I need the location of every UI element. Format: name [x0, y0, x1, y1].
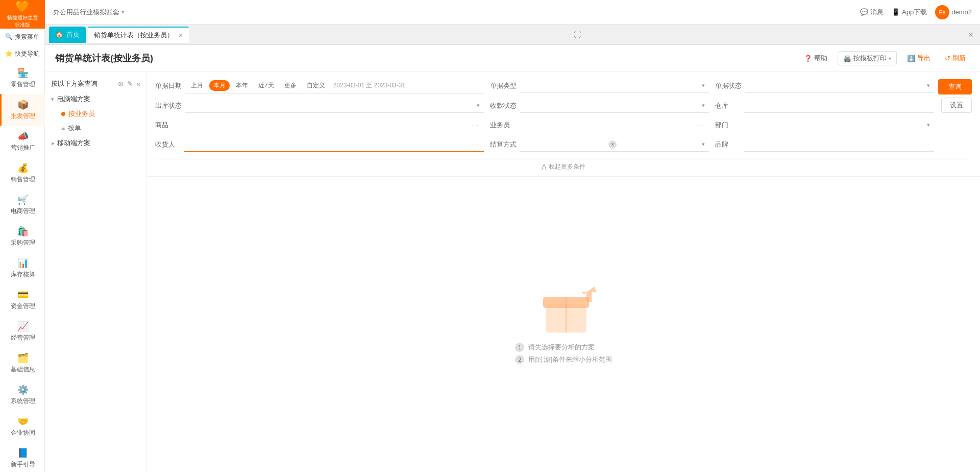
sub-order-icon: ≡: [61, 125, 65, 132]
sales-icon: 💰: [4, 162, 43, 174]
empty-illustration: [538, 281, 589, 333]
sidebar-item-basic[interactable]: 🗂️ 基础信息: [0, 347, 45, 379]
sidebar-item-wholesale[interactable]: 📦 批发管理: [0, 94, 45, 126]
more-dots-icon: ···: [471, 140, 480, 148]
add-scheme-icon[interactable]: ⊕: [118, 80, 124, 88]
empty-state: 1 请先选择要分析的方案 2 用[过滤]条件来缩小分析范围: [147, 177, 980, 472]
date-tab-this-month[interactable]: 本月: [209, 80, 230, 91]
dept-control[interactable]: ▾: [744, 118, 934, 132]
sidebar-item-ops[interactable]: 📈 经营管理: [0, 316, 45, 347]
empty-hints: 1 请先选择要分析的方案 2 用[过滤]条件来缩小分析范围: [515, 343, 611, 367]
star-icon: ⭐: [5, 50, 13, 57]
sidebar-item-marketing[interactable]: 📣 营销推广: [0, 126, 45, 157]
finance-icon: 💳: [4, 289, 43, 300]
refresh-button[interactable]: ↺ 刷新: [941, 52, 970, 65]
newbie-icon: 📘: [4, 447, 43, 459]
settlement-filter-item: 结算方式 × ▾: [490, 137, 709, 152]
date-tab-custom[interactable]: 自定义: [303, 80, 329, 91]
chevron-down-icon: ▾: [702, 82, 705, 89]
date-tab-7days[interactable]: 近7天: [254, 80, 278, 91]
tabbar: 🏠 首页 销货单统计表（按业务员） × ⛶ ✕: [45, 25, 980, 45]
sidebar-item-finance[interactable]: 💳 资金管理: [0, 284, 45, 316]
sidebar-item-sales[interactable]: 💰 销售管理: [0, 157, 45, 189]
warehouse-control[interactable]: ···: [744, 99, 934, 113]
date-filter-item: 单据日期 上月 本月 本年 近7天 更多: [155, 78, 484, 93]
retail-icon: 🏪: [4, 67, 43, 79]
hint-num-2: 2: [515, 355, 524, 364]
content-area: 销货单统计表(按业务员) ❓ 帮助 🖨️ 按模板打印 ▾ ⬇️ 导出: [45, 45, 980, 472]
sidebar-item-retail[interactable]: 🏪 零售管理: [0, 62, 45, 94]
scheme-panel: 按以下方案查询 ⊕ ✎ « ▾ 电脑端方案: [45, 72, 147, 472]
user-menu[interactable]: Ea demo2: [935, 5, 972, 19]
sidebar-item-purchase[interactable]: 🛍️ 采购管理: [0, 221, 45, 252]
mobile-scheme-header[interactable]: ▾ 移动端方案: [45, 135, 146, 151]
search-icon: 🔍: [5, 33, 13, 40]
refresh-icon: ↺: [945, 55, 950, 62]
page-title: 销货单统计表(按业务员): [55, 52, 153, 64]
out-status-filter-item: 出库状态 ▾: [155, 99, 484, 113]
recipient-filter-item: 收货人 ···: [155, 137, 484, 152]
scheme-actions: ⊕ ✎ «: [118, 80, 140, 88]
chevron-down-icon: ▾: [927, 122, 930, 128]
tab-close-icon[interactable]: ×: [179, 31, 183, 39]
window-expand-icon[interactable]: ⛶: [572, 29, 583, 41]
date-tab-this-year[interactable]: 本年: [232, 80, 252, 91]
quick-nav-item[interactable]: ⭐ 快捷导航: [0, 45, 45, 62]
brand-control[interactable]: ···: [744, 137, 934, 152]
settlement-control[interactable]: × ▾: [520, 137, 709, 152]
print-icon: 🖨️: [843, 55, 851, 62]
doc-status-control[interactable]: ▾: [745, 79, 934, 93]
collapse-bar[interactable]: ⋀ 收起更多条件: [155, 159, 972, 174]
clear-settlement-icon[interactable]: ×: [608, 140, 617, 149]
date-tab-last-month[interactable]: 上月: [187, 80, 207, 91]
app-download-button[interactable]: 📱 App下载: [892, 8, 927, 17]
page-actions: ❓ 帮助 🖨️ 按模板打印 ▾ ⬇️ 导出 ↺ 刷新: [800, 51, 970, 65]
scheme-item-order[interactable]: ≡ 按单: [55, 121, 146, 135]
salesperson-control[interactable]: ···: [519, 118, 709, 132]
collapse-scheme-icon[interactable]: «: [136, 80, 140, 88]
main-content: 单据日期 上月 本月 本年 近7天 更多: [147, 72, 980, 472]
message-button[interactable]: 💬 消息: [860, 8, 884, 17]
chevron-down-icon: ▾: [889, 56, 891, 61]
desktop-scheme-items: 按业务员 ≡ 按单: [45, 107, 146, 135]
page: 销货单统计表(按业务员) ❓ 帮助 🖨️ 按模板打印 ▾ ⬇️ 导出: [45, 45, 980, 472]
account-dropdown[interactable]: 办公用品行业模拟账套 ▾: [53, 8, 125, 17]
product-control[interactable]: ···: [184, 118, 484, 132]
edit-scheme-icon[interactable]: ✎: [127, 80, 133, 88]
sidebar-item-system[interactable]: ⚙️ 系统管理: [0, 379, 45, 411]
recv-status-filter-item: 收款状态 ▾: [490, 99, 709, 113]
recipient-control[interactable]: ···: [184, 137, 484, 152]
inventory-icon: 📊: [4, 257, 43, 269]
mobile-scheme-group: ▾ 移动端方案: [45, 135, 146, 151]
template-print-button[interactable]: 🖨️ 按模板打印 ▾: [838, 51, 897, 65]
more-dots-icon: ···: [471, 121, 480, 129]
tab-home[interactable]: 🏠 首页: [49, 27, 86, 43]
sidebar-item-ecom[interactable]: 🛒 电商管理: [0, 189, 45, 221]
app-logo: 🧡 畅捷通好生意 标准版: [0, 0, 45, 29]
filter-row-3: 商品 ··· 业务员: [155, 118, 934, 132]
recv-status-control[interactable]: ▾: [520, 99, 709, 113]
page-header: 销货单统计表(按业务员) ❓ 帮助 🖨️ 按模板打印 ▾ ⬇️ 导出: [45, 45, 980, 72]
doc-type-control[interactable]: ▾: [520, 79, 709, 93]
setting-button[interactable]: 设置: [941, 98, 972, 113]
window-close-icon[interactable]: ✕: [966, 29, 976, 41]
date-tab-more[interactable]: 更多: [280, 80, 301, 91]
query-button[interactable]: 查询: [938, 79, 972, 95]
export-button[interactable]: ⬇️ 导出: [903, 52, 935, 65]
tab-report[interactable]: 销货单统计表（按业务员） ×: [88, 27, 189, 43]
mobile-icon: 📱: [892, 8, 900, 16]
help-button[interactable]: ❓ 帮助: [800, 52, 831, 65]
sidebar-item-newbie[interactable]: 📘 新手引导: [0, 442, 45, 472]
scheme-item-salesperson[interactable]: 按业务员: [55, 107, 146, 121]
out-status-control[interactable]: ▾: [185, 99, 484, 113]
ops-icon: 📈: [4, 321, 43, 332]
filter-row-4: 收货人 ··· 结算方式: [155, 137, 934, 152]
purchase-icon: 🛍️: [4, 226, 43, 237]
main-area: 办公用品行业模拟账套 ▾ 💬 消息 📱 App下载 Ea demo2 🏠: [45, 0, 980, 472]
sidebar-item-inventory[interactable]: 📊 库存核算: [0, 252, 45, 284]
desktop-scheme-header[interactable]: ▾ 电脑端方案: [45, 91, 146, 107]
scheme-panel-header: 按以下方案查询 ⊕ ✎ «: [45, 76, 146, 91]
filter-rows-wrapper: 单据日期 上月 本月 本年 近7天 更多: [155, 78, 972, 157]
sidebar-item-corp[interactable]: 🤝 企业协同: [0, 411, 45, 442]
search-menu-item[interactable]: 🔍 搜索菜单: [0, 29, 45, 45]
